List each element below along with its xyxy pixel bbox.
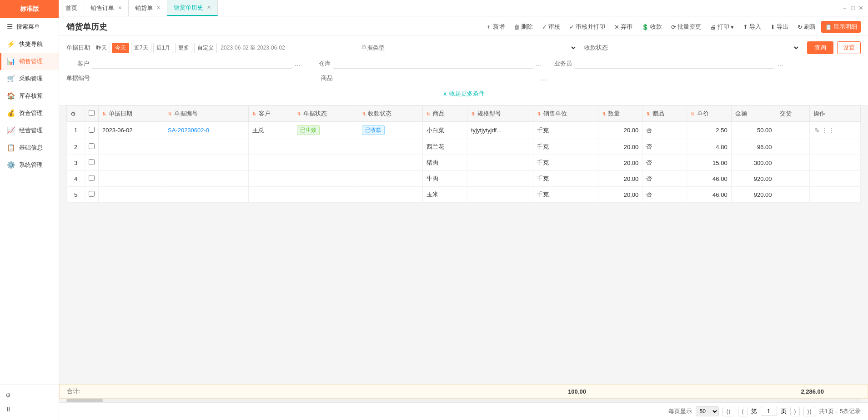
collect-label: 收款 [650,23,662,31]
row-checkbox[interactable] [89,127,95,133]
th-checkbox[interactable] [85,106,99,122]
th-customer[interactable]: ⇅ 客户 [249,106,293,122]
print-button[interactable]: 🖨 打印 ▾ [707,21,738,33]
collapse-bar[interactable]: ∧ 收起更多条件 [66,88,861,100]
window-minimize-icon[interactable]: － [842,4,848,12]
th-qty[interactable]: ⇅ 数量 [598,106,642,122]
th-transaction[interactable]: 交货 [776,106,809,122]
table-settings-icon[interactable]: ⚙ [70,110,76,117]
abandon-button[interactable]: ✕ 弃审 [611,21,636,33]
sidebar-item-basic-info[interactable]: 📋 基础信息 [0,139,59,156]
tab-home[interactable]: 首页 [59,0,84,16]
th-spec[interactable]: ⇅ 规格型号 [467,106,533,122]
tab-sales-order-close[interactable]: ✕ [118,5,122,11]
tab-sales-history-label: 销货单历史 [174,4,203,12]
date-btn-today[interactable]: 今天 [112,43,129,53]
delete-button[interactable]: 🗑 删除 [510,21,537,33]
scrollbar-area[interactable] [66,399,861,402]
th-date[interactable]: ⇅ 单据日期 [99,106,164,122]
sidebar-item-sys-mgmt[interactable]: ⚙️ 系统管理 [0,156,59,174]
staff-dots[interactable]: ... [777,60,783,68]
sidebar-item-quick-nav[interactable]: ⚡ 快捷导航 [0,35,59,53]
tab-sales-history[interactable]: 销货单历史 ✕ [167,0,218,16]
sidebar-item-inventory[interactable]: 🏠 库存核算 [0,87,59,105]
date-btn-custom[interactable]: 自定义 [194,43,217,53]
th-gift[interactable]: ⇅ 赠品 [642,106,687,122]
sidebar-item-finance[interactable]: 💰 资金管理 [0,105,59,122]
cell-doc-num[interactable] [164,171,249,187]
action-edit-icon[interactable]: ✎ [814,127,820,134]
select-all-checkbox[interactable] [89,110,95,116]
staff-input[interactable] [575,59,775,69]
page-first-btn[interactable]: ⟨⟨ [722,407,734,416]
per-page-select[interactable]: 50 100 [696,406,719,416]
cell-gift: 否 [642,187,687,203]
window-restore-icon[interactable]: □ [851,5,855,11]
warehouse-dots[interactable]: ... [536,60,542,68]
cell-doc-num[interactable] [164,139,249,155]
page-input[interactable] [761,407,777,416]
customer-dots[interactable]: ... [295,60,301,68]
ops-mgmt-icon: 📈 [7,126,15,135]
tab-sales-history-close[interactable]: ✕ [207,5,211,10]
tab-sales-goods[interactable]: 销货单 ✕ [129,0,167,16]
th-goods[interactable]: ⇅ 商品 [423,106,467,122]
page-prev-btn[interactable]: ⟨ [738,407,748,416]
cell-doc-num[interactable] [164,155,249,171]
sort-icon-doc-num: ⇅ [168,111,171,116]
sidebar-item-sales-mgmt[interactable]: 📊 销售管理 [0,53,59,70]
import-button[interactable]: ⬆ 导入 [739,21,765,33]
row-checkbox[interactable] [89,191,95,197]
sidebar-item-ops-mgmt[interactable]: 📈 经营管理 [0,122,59,139]
date-btn-yesterday[interactable]: 昨天 [93,43,110,53]
audit-button[interactable]: ✓ 审核 [538,21,564,33]
date-btn-7days[interactable]: 近7天 [131,43,151,53]
sidebar-bottom-settings[interactable]: ⚙ [0,388,59,402]
th-qty-label: 数量 [608,110,620,117]
th-doc-num[interactable]: ⇅ 单据编号 [164,106,249,122]
doc-num-link[interactable]: SA-20230602-0 [168,127,209,134]
scrollbar-thumb[interactable] [66,399,103,402]
show-details-button[interactable]: 📋 显示明细 [821,21,861,33]
payment-status-select[interactable] [611,42,800,53]
new-button[interactable]: ＋ 新增 [482,21,508,33]
row-checkbox[interactable] [89,143,95,149]
cell-doc-num[interactable] [164,187,249,203]
cell-transaction [776,122,809,139]
refresh-button[interactable]: ↻ 刷新 [794,21,819,33]
window-close-icon[interactable]: ✕ [858,5,863,11]
date-btn-1month[interactable]: 近1月 [153,43,174,53]
export-button[interactable]: ⬇ 导出 [767,21,792,33]
page-next-btn[interactable]: ⟩ [790,407,800,416]
goods-input[interactable] [336,73,537,83]
date-btn-more[interactable]: 更多 [175,43,192,53]
page-last-btn[interactable]: ⟩⟩ [803,407,815,416]
sort-icon-doc-status: ⇅ [297,111,301,116]
goods-dots[interactable]: ... [540,74,546,82]
sidebar-item-search-menu[interactable]: ☰ 搜索菜单 [0,18,59,35]
doc-type-select[interactable] [387,42,577,53]
th-unit[interactable]: ⇅ 销售单位 [533,106,598,122]
th-payment-status[interactable]: ⇅ 收款状态 [358,106,423,122]
action-more-icon[interactable]: ⋮⋮ [822,127,834,134]
row-checkbox[interactable] [89,175,95,181]
th-settings[interactable]: ⚙ [67,106,85,122]
query-button[interactable]: 查询 [807,41,833,54]
customer-input[interactable] [92,59,292,69]
audit-print-button[interactable]: ✓ 审核并打印 [566,21,609,33]
doc-num-input[interactable] [93,73,303,83]
th-amount[interactable]: 金额 [731,106,776,122]
row-checkbox[interactable] [89,159,95,165]
collect-button[interactable]: 💲 收款 [638,21,666,33]
batch-change-button[interactable]: ⟳ 批量变更 [667,21,705,33]
tab-sales-goods-close[interactable]: ✕ [156,5,161,11]
payment-status-badge: 已收款 [362,125,385,135]
warehouse-input[interactable] [333,59,533,69]
tab-sales-order[interactable]: 销售订单 ✕ [84,0,129,16]
settings-button[interactable]: 设置 [837,41,861,54]
sidebar-bottom-toggle[interactable]: ⏸ [0,402,59,416]
th-unit-price[interactable]: ⇅ 单价 [687,106,731,122]
th-doc-status[interactable]: ⇅ 单据状态 [293,106,358,122]
cell-doc-num[interactable]: SA-20230602-0 [164,122,249,139]
sidebar-item-purchase-mgmt[interactable]: 🛒 采购管理 [0,70,59,87]
